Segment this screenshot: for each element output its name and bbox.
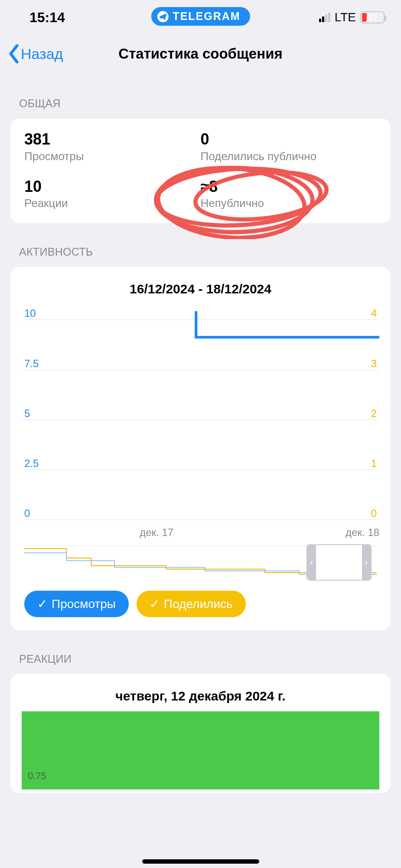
app-pill[interactable]: TELEGRAM (151, 7, 250, 26)
chart-overview-track[interactable]: ‹ › (24, 546, 377, 579)
back-label: Назад (21, 46, 63, 62)
reactions-y-tick: 0.75 (28, 770, 46, 782)
legend-chip-shares[interactable]: ✓ Поделились (137, 591, 246, 617)
stat-public-shares: 0 Поделились публично (201, 131, 377, 163)
overview-card: 381 Просмотры 0 Поделились публично 10 Р… (10, 118, 391, 223)
navbar: Назад Статистика сообщения (0, 35, 401, 75)
back-button[interactable]: Назад (8, 44, 63, 63)
legend-shares-label: Поделились (164, 597, 233, 611)
range-handle-right[interactable]: › (362, 545, 371, 580)
x-tick: дек. 17 (140, 526, 173, 539)
reactions-chart[interactable]: 0.75 (22, 711, 379, 789)
battery-pct: 17 (368, 13, 377, 22)
legend-views-label: Просмотры (52, 597, 116, 611)
stat-private-label: Непублично (201, 197, 377, 210)
home-indicator[interactable] (142, 859, 259, 864)
stat-views-label: Просмотры (24, 150, 201, 163)
reactions-card: четверг, 12 декабря 2024 г. 0.75 (10, 674, 391, 793)
reactions-chart-title: четверг, 12 декабря 2024 г. (24, 689, 377, 704)
activity-line-svg (22, 311, 379, 519)
stat-reactions-value: 10 (24, 178, 201, 195)
check-icon: ✓ (150, 597, 160, 611)
chart-range-window[interactable]: ‹ › (306, 544, 372, 581)
activity-card: 16/12/2024 - 18/12/2024 10 7.5 5 2.5 0 4… (10, 267, 391, 630)
stat-private-shares: ≈8 Непублично (201, 178, 377, 210)
legend-chip-views[interactable]: ✓ Просмотры (24, 591, 129, 617)
stat-public-value: 0 (201, 131, 377, 148)
chart-legend: ✓ Просмотры ✓ Поделились (24, 591, 377, 617)
status-time: 15:14 (29, 10, 65, 26)
stat-views: 381 Просмотры (24, 131, 201, 163)
range-handle-left[interactable]: ‹ (307, 545, 316, 580)
battery-icon: 17 (360, 11, 385, 23)
x-tick: дек. 18 (346, 526, 379, 539)
stat-views-value: 381 (24, 131, 201, 148)
stat-reactions: 10 Реакции (24, 178, 201, 210)
page-title: Статистика сообщения (118, 46, 282, 62)
network-label: LTE (335, 10, 356, 24)
stat-reactions-label: Реакции (24, 197, 201, 210)
status-bar: 15:14 TELEGRAM LTE 17 (0, 0, 401, 35)
app-pill-label: TELEGRAM (173, 10, 240, 23)
chevron-left-icon (8, 44, 20, 63)
telegram-icon (157, 11, 168, 22)
activity-chart-title: 16/12/2024 - 18/12/2024 (24, 282, 377, 296)
stat-private-value: ≈8 (201, 178, 377, 195)
activity-chart[interactable]: 10 7.5 5 2.5 0 4 3 2 1 0 дек. 17 дек. 18 (22, 311, 379, 519)
stat-public-label: Поделились публично (201, 150, 377, 163)
section-label-overview: ОБЩАЯ (0, 75, 401, 115)
section-label-reactions: РЕАКЦИИ (0, 630, 401, 671)
check-icon: ✓ (37, 597, 47, 611)
section-label-activity: АКТИВНОСТЬ (0, 223, 401, 263)
signal-icon (319, 13, 330, 22)
